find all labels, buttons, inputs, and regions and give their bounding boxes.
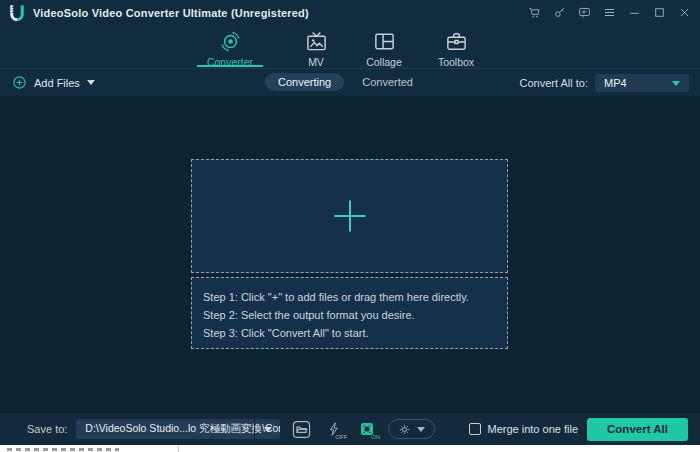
high-speed-off-icon[interactable]: OFF: [322, 418, 346, 440]
close-icon[interactable]: [678, 6, 691, 19]
titlebar: VideoSolo Video Converter Ultimate (Unre…: [0, 0, 700, 25]
step-1: Step 1: Click "+" to add files or drag t…: [203, 288, 507, 306]
tab-converter[interactable]: Converter: [184, 28, 276, 68]
menu-icon[interactable]: [603, 6, 616, 19]
instructions-panel: Step 1: Click "+" to add files or drag t…: [191, 277, 508, 349]
tv-mv-icon: [305, 28, 328, 53]
converter-target-icon: [219, 28, 242, 53]
settings-button[interactable]: [388, 419, 435, 439]
add-files-caret-icon[interactable]: [87, 80, 95, 85]
save-path-select[interactable]: D:\VideoSolo Studio...lo 究極動画変換\Converte…: [76, 419, 280, 439]
collage-grid-icon: [373, 28, 396, 53]
add-circle-icon: [12, 75, 27, 90]
cropped-page-strip: [0, 445, 700, 452]
toolbar: Add Files Converting Converted Convert A…: [0, 68, 700, 96]
maximize-icon[interactable]: [653, 6, 666, 19]
format-caret-icon: [672, 81, 680, 86]
save-to-label: Save to:: [27, 423, 67, 435]
plus-icon[interactable]: [333, 199, 367, 233]
convert-all-to-group: Convert All to: MP4: [520, 74, 689, 92]
gpu-acceleration-on-icon[interactable]: ON: [355, 418, 379, 440]
step-2: Step 2: Select the output format you des…: [203, 306, 507, 324]
convert-all-to-label: Convert All to:: [520, 77, 588, 89]
settings-caret-icon: [417, 427, 425, 432]
window-title: VideoSolo Video Converter Ultimate (Unre…: [33, 7, 309, 19]
high-speed-badge: OFF: [335, 434, 347, 440]
file-drop-zone[interactable]: [191, 159, 508, 273]
tab-mv-label: MV: [308, 56, 324, 68]
feedback-icon[interactable]: [578, 6, 591, 19]
tab-converted[interactable]: Converted: [358, 73, 417, 91]
merge-checkbox-label: Merge into one file: [488, 423, 579, 435]
toolbox-icon: [445, 28, 468, 53]
output-format-value: MP4: [604, 77, 627, 89]
cart-icon[interactable]: [528, 6, 541, 19]
add-files-label: Add Files: [34, 77, 80, 89]
tab-converter-label: Converter: [207, 56, 253, 68]
save-path-caret-icon[interactable]: [254, 419, 280, 439]
save-path-value: D:\VideoSolo Studio...lo 究極動画変換\Converte…: [76, 419, 254, 439]
bottom-bar: Save to: D:\VideoSolo Studio...lo 究極動画変換…: [0, 413, 700, 445]
tab-toolbox[interactable]: Toolbox: [410, 28, 502, 68]
cropped-divider: [178, 445, 179, 452]
merge-option: Merge into one file: [469, 423, 579, 435]
tab-converting[interactable]: Converting: [265, 73, 344, 91]
output-format-select[interactable]: MP4: [595, 74, 689, 92]
queue-tabs: Converting Converted: [265, 73, 417, 91]
merge-checkbox[interactable]: [469, 423, 481, 435]
videosolo-logo-icon: [9, 4, 25, 21]
open-folder-icon[interactable]: [289, 418, 313, 440]
add-files-button[interactable]: Add Files: [12, 75, 95, 90]
main-area: Step 1: Click "+" to add files or drag t…: [0, 96, 700, 413]
tab-toolbox-label: Toolbox: [438, 56, 474, 68]
cropped-text-fragment: [7, 448, 119, 451]
key-icon[interactable]: [553, 6, 566, 19]
settings-gear-icon: [398, 423, 411, 436]
minimize-icon[interactable]: [628, 6, 641, 19]
main-nav: Converter MV Collage: [0, 25, 700, 68]
tab-collage-label: Collage: [366, 56, 402, 68]
convert-all-button[interactable]: Convert All: [587, 418, 688, 441]
step-3: Step 3: Click "Convert All" to start.: [203, 324, 507, 342]
gpu-badge: ON: [371, 434, 380, 440]
